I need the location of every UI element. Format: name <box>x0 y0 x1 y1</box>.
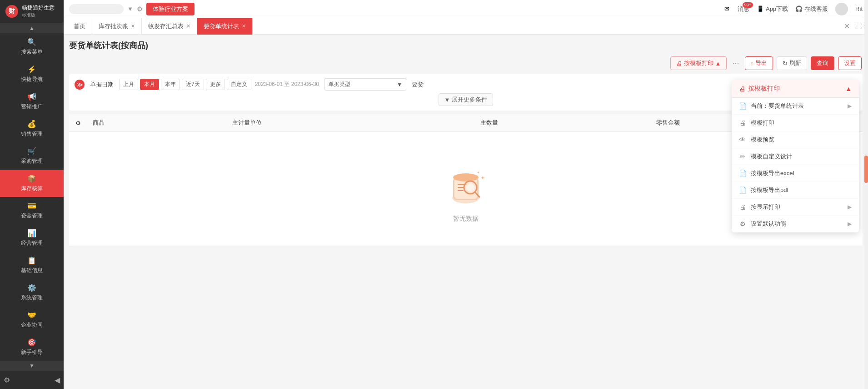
col-quantity: 主数量 <box>475 114 651 132</box>
collab-icon: 🤝 <box>27 311 36 319</box>
sidebar-item-label-search: 搜索菜单 <box>21 48 43 56</box>
dropdown-display-print[interactable]: 🖨 按显示打印 ▶ <box>732 199 859 216</box>
col-settings[interactable]: ⚙ <box>69 114 87 132</box>
sidebar: 财 畅捷通好生意 标准版 ▲ 🔍 搜索菜单 ⚡ 快捷导航 📢 营销推广 💰 销售… <box>0 0 64 389</box>
sidebar-item-sales[interactable]: 💰 销售管理 <box>0 115 64 142</box>
date-btn-more[interactable]: 更多 <box>206 79 225 90</box>
sidebar-item-finance[interactable]: 💳 资金管理 <box>0 197 64 224</box>
bill-type-label: 单据类型 <box>329 81 350 88</box>
topbar-search-input[interactable] <box>69 4 124 14</box>
topbar-right: ✉ 99+ 消息 📱 App下载 🎧 在线客服 Rit <box>724 3 863 15</box>
tab-receivable-summary-close[interactable]: ✕ <box>186 23 190 29</box>
dropdown-item-template-preview-label: 模板预览 <box>751 136 774 144</box>
dropdown-item-export-pdf[interactable]: 📄 按模板导出pdf <box>732 182 859 199</box>
date-filter-buttons: 上月 本月 本年 近7天 更多 自定义 2023-06-01 至 2023-06… <box>119 79 319 90</box>
sidebar-item-marketing[interactable]: 📢 营销推广 <box>0 88 64 115</box>
sidebar-item-search[interactable]: 🔍 搜索菜单 <box>0 33 64 61</box>
message-button[interactable]: ✉ 99+ 消息 <box>724 5 749 13</box>
svg-point-5 <box>466 183 474 192</box>
sidebar-item-inventory[interactable]: 📦 库存核算 <box>0 170 64 197</box>
sidebar-item-collab[interactable]: 🤝 企业协同 <box>0 306 64 333</box>
scrollbar-thumb[interactable] <box>864 156 868 183</box>
dropdown-item-export-excel[interactable]: 📄 按模板导出excel <box>732 165 859 182</box>
toolbar-row: 🖨 按模板打印 ▲ ··· ↑ 导出 ↻ 刷新 查询 设置 <box>69 56 863 70</box>
tab-close-action[interactable]: ✕ <box>842 20 852 32</box>
sidebar-logo: 财 畅捷通好生意 标准版 <box>0 0 64 23</box>
dropdown-item-template-custom-label: 模板自定义设计 <box>751 152 792 161</box>
app-download-label: App下载 <box>766 5 788 13</box>
sidebar-item-label-collab: 企业协同 <box>21 321 43 329</box>
dropdown-current-template[interactable]: 📄 当前：要货单统计表 ▶ <box>732 98 859 115</box>
expand-more-btn[interactable]: ▼ 展开更多条件 <box>439 93 494 106</box>
dropdown-item-template-print[interactable]: 🖨 模板打印 <box>732 115 859 131</box>
export-button[interactable]: ↑ 导出 <box>745 56 773 70</box>
sidebar-settings-button[interactable]: ⚙ <box>4 376 10 384</box>
refresh-button[interactable]: ↻ 刷新 <box>777 56 807 70</box>
toolbar-more-icon[interactable]: ··· <box>730 59 741 68</box>
col-goods: 商品 <box>87 114 227 132</box>
date-btn-custom[interactable]: 自定义 <box>227 79 251 90</box>
sidebar-item-operations[interactable]: 📊 经营管理 <box>0 224 64 252</box>
date-btn-current-month[interactable]: 本月 <box>140 79 159 90</box>
dropdown-set-default[interactable]: ⚙ 设置默认功能 ▶ <box>732 216 859 232</box>
date-btn-last-month[interactable]: 上月 <box>119 79 138 90</box>
tab-order-stats[interactable]: 要货单统计表 ✕ <box>197 18 253 35</box>
export-pdf-icon: 📄 <box>739 187 746 194</box>
sidebar-item-system[interactable]: ⚙️ 系统管理 <box>0 279 64 306</box>
tab-inventory-batch[interactable]: 库存批次账 ✕ <box>92 18 142 35</box>
dropdown-item-template-preview[interactable]: 👁 模板预览 <box>732 131 859 148</box>
sidebar-item-quick-nav[interactable]: ⚡ 快捷导航 <box>0 61 64 88</box>
date-range-display: 2023-06-01 至 2023-06-30 <box>255 81 319 88</box>
dropdown-display-print-left: 🖨 按显示打印 <box>739 203 780 211</box>
query-button[interactable]: 查询 <box>811 56 834 70</box>
set-default-chevron: ▶ <box>848 221 852 227</box>
app-version: 标准版 <box>22 12 55 18</box>
sidebar-item-label-system: 系统管理 <box>21 294 43 302</box>
current-template-label: 当前：要货单统计表 <box>751 102 804 110</box>
template-print-label: 按模板打印 <box>684 59 713 67</box>
sidebar-scroll-up[interactable]: ▲ <box>0 23 64 33</box>
bill-type-filter[interactable]: 单据类型 ▼ <box>324 78 406 91</box>
sidebar-item-purchase[interactable]: 🛒 采购管理 <box>0 142 64 170</box>
tab-receivable-summary-label: 收发存汇总表 <box>148 22 184 30</box>
empty-icon: ✦ ✦ <box>443 164 489 209</box>
settings-button[interactable]: 设置 <box>838 56 862 70</box>
message-icon: ✉ <box>724 5 729 12</box>
filter-expand-icon[interactable]: ≫ <box>75 80 85 90</box>
export-excel-icon: 📄 <box>739 170 746 177</box>
avatar[interactable] <box>835 3 848 15</box>
topbar-search-dropdown[interactable]: ▼ <box>127 5 133 12</box>
sidebar-scroll-down[interactable]: ▼ <box>0 361 64 371</box>
tab-home[interactable]: 首页 <box>67 18 92 35</box>
goods-filter-label: 要货 <box>412 81 424 89</box>
date-btn-current-year[interactable]: 本年 <box>161 79 180 90</box>
dropdown-print-icon: 🖨 <box>739 85 745 92</box>
topbar-gear-icon[interactable]: ⚙ <box>137 5 143 13</box>
tab-order-stats-label: 要货单统计表 <box>204 22 239 30</box>
tab-maximize-action[interactable]: ⛶ <box>853 20 864 32</box>
sidebar-item-basics[interactable]: 📋 基础信息 <box>0 252 64 279</box>
main-area: ▼ ⚙ 体验行业方案 ✉ 99+ 消息 📱 App下载 🎧 在线客服 Rit 首… <box>64 0 868 389</box>
tab-order-stats-close[interactable]: ✕ <box>242 23 246 29</box>
tab-receivable-summary[interactable]: 收发存汇总表 ✕ <box>142 18 197 35</box>
tab-inventory-batch-close[interactable]: ✕ <box>131 23 135 29</box>
sidebar-collapse-button[interactable]: ◀ <box>55 376 60 384</box>
chevron-down-icon: ▼ <box>397 81 402 88</box>
sidebar-item-guide[interactable]: 🎯 新手引导 <box>0 333 64 361</box>
dropdown-item-template-print-label: 模板打印 <box>751 119 774 127</box>
dropdown-item-template-custom[interactable]: ✏ 模板自定义设计 <box>732 148 859 165</box>
dropdown-set-default-label: 设置默认功能 <box>751 220 786 228</box>
dropdown-close-chevron[interactable]: ▲ <box>845 85 852 92</box>
sidebar-item-label-purchase: 采购管理 <box>21 157 43 165</box>
date-btn-7days[interactable]: 近7天 <box>182 79 204 90</box>
app-download-button[interactable]: 📱 App下载 <box>757 5 788 13</box>
svg-text:✦: ✦ <box>480 175 485 181</box>
display-print-chevron: ▶ <box>848 204 852 210</box>
sales-icon: 💰 <box>27 120 36 128</box>
template-print-button[interactable]: 🖨 按模板打印 ▲ <box>670 56 727 70</box>
set-default-icon: ⚙ <box>739 220 746 227</box>
trial-button[interactable]: 体验行业方案 <box>146 3 195 15</box>
topbar: ▼ ⚙ 体验行业方案 ✉ 99+ 消息 📱 App下载 🎧 在线客服 Rit <box>64 0 868 18</box>
finance-icon: 💳 <box>27 202 36 210</box>
online-service-button[interactable]: 🎧 在线客服 <box>795 5 828 13</box>
